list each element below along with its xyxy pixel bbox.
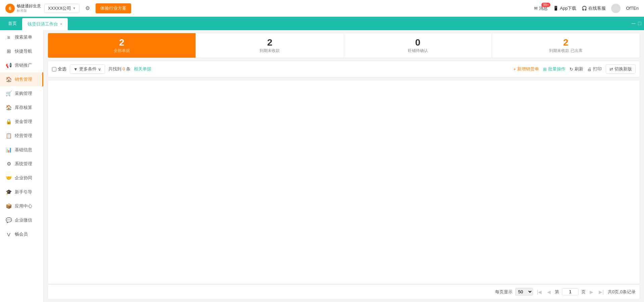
switch-new-version-button[interactable]: ⇄ 切换新版 <box>606 64 636 74</box>
per-page-select[interactable]: 10 20 50 100 <box>515 288 533 296</box>
sidebar-item-system[interactable]: ⚙ 系统管理 <box>0 157 43 171</box>
sidebar-guide-label: 新手引导 <box>15 189 32 195</box>
refresh-button[interactable]: ↻ 刷新 <box>570 66 583 72</box>
current-page-input[interactable] <box>562 288 579 295</box>
experience-button[interactable]: 体验行业方案 <box>96 3 131 13</box>
sales-icon: 🏠 <box>5 76 12 82</box>
sidebar-item-operation[interactable]: 📋 经营管理 <box>0 129 43 143</box>
sidebar-operation-label: 经营管理 <box>15 133 32 139</box>
add-sale-label: 新增销货单 <box>517 66 539 72</box>
print-label: 打印 <box>593 66 602 72</box>
page-label: 第 <box>555 289 559 295</box>
page-unit: 页 <box>581 289 586 295</box>
sidebar-item-purchase[interactable]: 🛒 采购管理 <box>0 86 43 101</box>
stats-bar: 2 全部单据 2 到期未收款 0 旺铺待确认 2 到期未收款 已出库 <box>48 33 640 58</box>
pagination-bar: 每页显示 10 20 50 100 |◀ ◀ 第 页 ▶ ▶| 共0页,0条记录 <box>48 284 640 299</box>
app-download-button[interactable]: 📱 App下载 <box>553 5 576 11</box>
app-name: 畅捷通好生意 <box>17 4 41 8</box>
sidebar-item-finance[interactable]: 🔒 资金管理 <box>0 115 43 129</box>
sidebar-finance-label: 资金管理 <box>15 119 32 125</box>
sidebar-item-basic-info[interactable]: 📊 基础信息 <box>0 143 43 157</box>
header-left: 6 畅捷通好生意 标准版 XXXXX公司 ▼ ⚙ 体验行业方案 <box>5 3 131 13</box>
select-all-input[interactable] <box>52 67 56 71</box>
tab-active-label: 钱货日清工作台 <box>28 21 58 27</box>
sidebar-system-label: 系统管理 <box>15 161 32 167</box>
table-area <box>48 80 640 284</box>
sidebar-item-search[interactable]: ≡ 搜索菜单 <box>0 30 43 44</box>
stat-overdue-number: 2 <box>201 37 338 48</box>
select-all-checkbox[interactable]: 全选 <box>52 66 66 72</box>
sidebar-item-inventory[interactable]: 🏠 库存核算 <box>0 101 43 115</box>
tab-home[interactable]: 首页 <box>3 17 22 30</box>
company-name: XXXXX公司 <box>48 5 71 11</box>
filter-button[interactable]: ▼ 更多条件 ∨ <box>70 64 105 74</box>
message-button[interactable]: ✉ 消息 99+ <box>534 5 548 11</box>
sidebar-item-member[interactable]: V 畅会员 <box>0 227 43 241</box>
company-selector[interactable]: XXXXX公司 ▼ <box>44 4 79 13</box>
sidebar-item-guide[interactable]: 🎓 新手引导 <box>0 185 43 199</box>
tab-close-icon[interactable]: × <box>60 22 62 26</box>
quick-nav-icon: ⊞ <box>5 48 12 54</box>
related-link[interactable]: 相关单据 <box>134 66 151 72</box>
avatar[interactable] <box>611 4 621 13</box>
content-area: 2 全部单据 2 到期未收款 0 旺铺待确认 2 到期未收款 已出库 全选 <box>44 30 644 302</box>
batch-operation-button[interactable]: ⊞ 批量操作 <box>543 66 566 72</box>
sidebar-item-marketing[interactable]: 📢 营销推广 <box>0 58 43 72</box>
logo-area: 6 畅捷通好生意 标准版 <box>5 4 41 13</box>
purchase-icon: 🛒 <box>5 90 12 97</box>
top-header: 6 畅捷通好生意 标准版 XXXXX公司 ▼ ⚙ 体验行业方案 ✉ 消息 99+… <box>0 0 644 17</box>
stat-card-all[interactable]: 2 全部单据 <box>48 33 196 58</box>
sidebar-item-sales[interactable]: 🏠 销售管理 <box>0 72 43 86</box>
table-empty-state <box>48 80 640 284</box>
first-page-button[interactable]: |◀ <box>536 289 543 295</box>
sidebar-item-app-center[interactable]: 📦 应用中心 <box>0 199 43 213</box>
select-all-label: 全选 <box>58 66 66 72</box>
add-sale-button[interactable]: + 新增销货单 <box>513 66 539 72</box>
search-icon: ≡ <box>5 35 12 40</box>
sidebar-item-enterprise[interactable]: 🤝 企业协同 <box>0 171 43 185</box>
wechat-icon: 💬 <box>5 217 12 223</box>
refresh-label: 刷新 <box>575 66 583 72</box>
stat-shipped-number: 2 <box>497 37 634 48</box>
last-page-button[interactable]: ▶| <box>597 289 605 295</box>
sidebar-item-wechat[interactable]: 💬 企业微信 <box>0 213 43 227</box>
sidebar-sales-label: 销售管理 <box>15 76 32 82</box>
sidebar-basic-info-label: 基础信息 <box>15 147 32 153</box>
print-icon: 🖨 <box>587 67 592 72</box>
tab-active[interactable]: 钱货日清工作台 × <box>22 18 68 30</box>
sidebar-app-center-label: 应用中心 <box>15 203 32 209</box>
per-page-label: 每页显示 <box>495 289 513 295</box>
next-page-button[interactable]: ▶ <box>588 289 595 295</box>
print-button[interactable]: 🖨 打印 <box>587 66 602 72</box>
total-pages-text: 共0页,0条记录 <box>608 289 636 295</box>
settings-button[interactable]: ⚙ <box>83 4 92 13</box>
marketing-icon: 📢 <box>5 62 12 68</box>
batch-label: 批量操作 <box>548 66 566 72</box>
found-text: 共找到 0 条 <box>108 66 130 72</box>
username[interactable]: OfTEn <box>626 6 639 11</box>
prev-page-button[interactable]: ◀ <box>546 289 552 295</box>
tab-home-label: 首页 <box>8 20 17 26</box>
tab-minimize-icon[interactable]: ─ <box>632 20 635 26</box>
service-icon: 🎧 <box>582 6 587 11</box>
found-count: 0 <box>123 66 125 71</box>
stat-card-pending[interactable]: 0 旺铺待确认 <box>344 33 492 58</box>
sidebar-item-quick-nav[interactable]: ⊞ 快捷导航 <box>0 44 43 58</box>
sidebar-marketing-label: 营销推广 <box>15 62 32 68</box>
add-icon: + <box>513 67 516 72</box>
switch-icon: ⇄ <box>609 67 613 72</box>
logo-text: 畅捷通好生意 标准版 <box>17 4 41 12</box>
logo-icon: 6 <box>5 4 15 13</box>
stat-pending-label: 旺铺待确认 <box>408 48 428 53</box>
online-service-button[interactable]: 🎧 在线客服 <box>582 5 606 11</box>
stat-pending-number: 0 <box>350 37 486 48</box>
tab-maximize-icon[interactable]: □ <box>638 20 641 26</box>
sidebar-purchase-label: 采购管理 <box>15 90 32 97</box>
inventory-icon: 🏠 <box>5 105 12 111</box>
stat-card-shipped[interactable]: 2 到期未收款 已出库 <box>492 33 640 58</box>
stat-card-overdue[interactable]: 2 到期未收款 <box>196 33 344 58</box>
tab-bar-actions: ─ □ <box>632 20 641 26</box>
header-right: ✉ 消息 99+ 📱 App下载 🎧 在线客服 OfTEn <box>534 4 639 13</box>
filter-arrow-icon: ∨ <box>98 67 101 72</box>
filter-label: 更多条件 <box>79 66 97 72</box>
